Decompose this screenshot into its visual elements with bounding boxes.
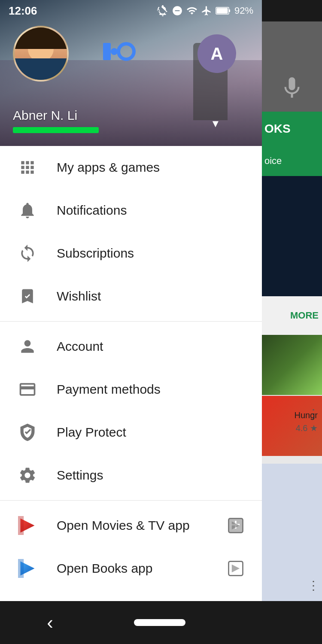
dropdown-arrow-icon[interactable]: ▼ [210,118,221,130]
user-avatar[interactable] [13,26,69,82]
menu-item-movies[interactable]: Open Movies & TV app [0,504,262,547]
refresh-icon [15,241,39,265]
wifi-icon [186,5,197,16]
three-dots-lower[interactable]: ⋮ [307,580,319,592]
voice-label: oice [264,155,282,167]
green-bar-indicator [13,127,99,133]
menu-item-play-protect[interactable]: Play Protect [0,411,262,454]
settings-label: Settings [57,468,246,483]
card-thumb-1 [262,335,322,395]
menu-item-notifications[interactable]: Notifications [0,189,262,232]
svg-point-1 [111,48,118,55]
my-apps-icon [15,155,39,179]
wishlist-label: Wishlist [57,289,246,304]
menu-item-settings[interactable]: Settings [0,454,262,497]
more-text: MORE [290,310,319,321]
user-name-area: Abner N. Li [13,108,99,133]
battery-level: 92% [234,5,253,16]
payment-label: Payment methods [57,382,246,397]
menu-item-account[interactable]: Account [0,325,262,368]
notifications-label: Notifications [57,203,246,218]
mute-icon [157,5,168,16]
rating-text: 4.6 ★ [296,423,318,433]
svg-rect-0 [103,43,111,60]
home-pill[interactable] [134,619,185,626]
shield-icon [15,420,39,444]
divider-1 [0,321,262,322]
movies-label: Open Movies & TV app [57,518,225,533]
divider-2 [0,500,262,501]
svg-rect-4 [229,9,230,12]
person-icon [15,334,39,358]
oks-label: OKS [262,122,291,136]
airplane-icon [201,5,212,16]
bottom-nav: ‹ [0,601,322,644]
books-icon [15,556,39,580]
svg-point-2 [118,44,134,59]
right-panel-green-bar: oice [262,146,322,176]
hero-section: A Abner N. Li ▼ [0,0,262,146]
status-time: 12:06 [9,4,37,18]
menu-item-payment[interactable]: Payment methods [0,368,262,411]
bookmark-check-icon [15,284,39,308]
right-panel-top-bar [262,0,322,21]
menu-item-books[interactable]: Open Books app [0,547,262,590]
menu-item-wishlist[interactable]: Wishlist [0,275,262,318]
right-panel-cards [262,335,322,464]
gear-icon [15,463,39,487]
status-icons: 92% [157,5,253,16]
dnd-icon [172,5,183,16]
credit-card-icon [15,377,39,401]
back-button[interactable]: ‹ [34,608,66,638]
bell-icon [15,198,39,222]
menu-item-subscriptions[interactable]: Subscriptions [0,232,262,275]
secondary-avatar[interactable]: A [197,34,236,73]
play-protect-label: Play Protect [57,425,246,440]
svg-rect-5 [216,8,228,14]
battery-icon [216,5,231,16]
google-io-logo [94,34,146,69]
books-label: Open Books app [57,561,225,576]
right-panel-green-header: OKS [262,112,322,146]
account-label: Account [57,339,246,354]
my-apps-label: My apps & games [57,160,246,175]
user-name: Abner N. Li [13,108,99,123]
svg-rect-7 [18,516,24,535]
drawer-menu: My apps & games Notifications Subscripti… [0,146,262,633]
hungry-text: Hungr [295,410,318,420]
status-bar: 12:06 92% [0,0,262,21]
books-external-icon [225,558,246,579]
menu-item-my-apps[interactable]: My apps & games [0,146,262,189]
svg-rect-10 [18,559,24,578]
right-panel-more: MORE [262,296,322,335]
movies-icon [15,513,39,538]
subscriptions-label: Subscriptions [57,246,246,261]
movies-external-icon [225,515,246,536]
